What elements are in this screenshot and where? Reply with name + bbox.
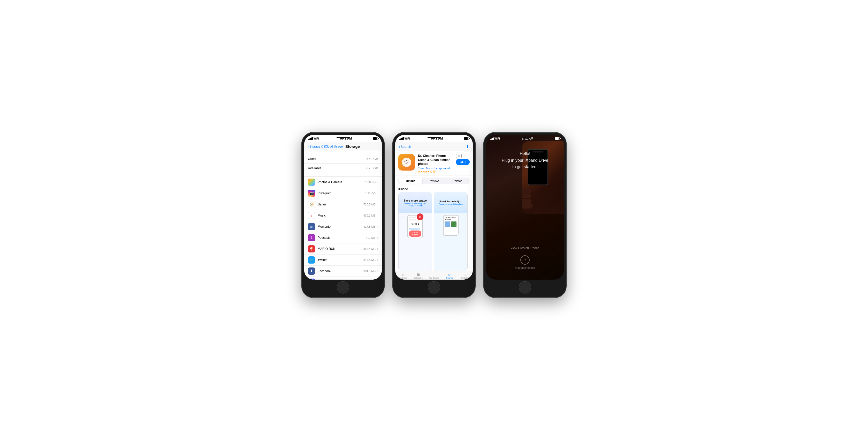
- bar4: [493, 137, 494, 140]
- app-name-instagram: Instagram: [318, 191, 365, 195]
- used-row: Used 19.58 GB: [304, 154, 382, 163]
- back-chevron-1: ‹: [308, 145, 309, 148]
- nav-back-label-1[interactable]: Storage & iCloud Usage: [309, 145, 343, 148]
- screenshot-2-content: Saved Space 3.58MB ✓: [442, 213, 460, 238]
- segmented-control: Details Reviews Related: [398, 178, 470, 184]
- app-row-instagram[interactable]: 📷 Instagram 1.11 GB ›: [304, 188, 382, 199]
- mock-row-2: [409, 219, 416, 220]
- icon-instagram: 📷: [308, 190, 315, 197]
- app-size-instagram: 1.11 GB: [365, 192, 376, 195]
- mock-clean-btn: Clean Cache: [409, 231, 421, 237]
- app-row-messenger[interactable]: ⚡ Messenger 245.2 MB ›: [304, 277, 382, 280]
- app-row-twitter[interactable]: 🐦 Twitter 317.4 MB ›: [304, 254, 382, 266]
- tab-details[interactable]: Details: [399, 178, 422, 184]
- bar5: [403, 137, 404, 140]
- phone-1-screen: WiFi 9:41 AM ‹ Storage & iCloud Usage St…: [304, 135, 382, 280]
- chevron-instagram: ›: [377, 191, 378, 195]
- app-row-music[interactable]: ♪ Music 430.2 MB ›: [304, 210, 382, 221]
- phone-1: WiFi 9:41 AM ‹ Storage & iCloud Usage St…: [302, 132, 384, 298]
- available-row: Available 7.75 GB: [304, 163, 382, 173]
- phone-3-home-button[interactable]: [519, 281, 531, 294]
- app-row-momento[interactable]: M Momento 427.8 MB ›: [304, 221, 382, 232]
- app-row-photos[interactable]: Photos & Camera 1.88 GB ›: [304, 177, 382, 188]
- mock-content-2: Saved Space 3.58MB ✓: [443, 216, 458, 228]
- bar2: [309, 139, 310, 140]
- signal-bars-2: [399, 137, 404, 140]
- scene: WiFi 9:41 AM ‹ Storage & iCloud Usage St…: [291, 122, 577, 308]
- mock-row-3: [409, 228, 420, 230]
- screenshots-area: Save more space No need to delete any fi…: [395, 192, 473, 271]
- chevron-podcasts: ›: [377, 236, 378, 240]
- troubleshoot-label[interactable]: Troubleshooting: [515, 266, 535, 269]
- phone-1-home-button[interactable]: [337, 281, 349, 294]
- app-detail-dev[interactable]: Trend Micro Incorporated: [418, 167, 453, 170]
- tab-updates[interactable]: ↓ Updates: [457, 272, 473, 279]
- screenshot-2-header: Smart Accurate Qu... Recognize more simi…: [434, 192, 467, 213]
- nav-back-1[interactable]: ‹ Storage & iCloud Usage: [308, 145, 343, 148]
- plug-in-text: Plug in your iXpand Driveto get started.: [502, 158, 549, 169]
- app-name-twitter: Twitter: [318, 258, 364, 262]
- troubleshoot-circle[interactable]: ?: [520, 255, 530, 265]
- view-files-area: View Files on iPhone: [510, 245, 539, 250]
- dr-cleaner-inner-icon: 🛡: [402, 158, 411, 167]
- bar2: [491, 139, 492, 140]
- battery-fill-2: [464, 137, 468, 140]
- chevron-photos: ›: [377, 180, 378, 184]
- search-icon: ⌕: [448, 272, 451, 277]
- phone-2-home-button[interactable]: [428, 281, 440, 294]
- battery-2: [464, 137, 469, 140]
- tab-search[interactable]: ⌕ Search: [442, 272, 457, 279]
- bar4: [402, 137, 403, 140]
- phone-3-screen: WiFi 9:41 AM Hello! Plug in your iXpand …: [486, 135, 564, 280]
- appstore-nav: ‹ Search ⬆: [395, 142, 473, 151]
- bar3: [492, 138, 493, 140]
- storage-section: Used 19.58 GB Available 7.75 GB: [304, 154, 382, 173]
- saved-label: Saved Space 3.58MB: [444, 217, 457, 221]
- app-row-mario[interactable]: 🍄 MARIO RUN 353.4 MB ›: [304, 243, 382, 254]
- tab-reviews[interactable]: Reviews: [422, 178, 446, 184]
- nav-bar-1: ‹ Storage & iCloud Usage Storage: [304, 142, 382, 150]
- battery-area-1: [373, 137, 378, 140]
- tab-categories[interactable]: ⊞ Categories: [411, 272, 426, 279]
- tab-bar-2: ☆ Featured ⊞ Categories ↑ Top Charts ⌕ S…: [395, 271, 473, 280]
- tab-top-charts[interactable]: ↑ Top Charts: [426, 272, 442, 279]
- icon-facebook: f: [308, 268, 315, 275]
- screenshot-1-header: Save more space No need to delete any fi…: [399, 192, 432, 213]
- app-row-facebook[interactable]: f Facebook 301.5 MB ›: [304, 266, 382, 277]
- view-files-label[interactable]: View Files on iPhone: [510, 246, 539, 250]
- get-button[interactable]: GET: [456, 159, 470, 165]
- nav-title-1: Storage: [345, 144, 360, 149]
- icon-podcasts: 🎙: [308, 234, 315, 241]
- app-detail-header: 🛡 Dr. Cleaner: Phone Clean & Clean simil…: [395, 151, 473, 176]
- app-detail-info: Dr. Cleaner: Phone Clean & Clean similar…: [418, 154, 453, 173]
- app-size-facebook: 301.5 MB: [364, 270, 376, 273]
- tab-updates-label: Updates: [461, 277, 469, 279]
- signal-area-1: WiFi: [308, 137, 319, 140]
- phone-2: WiFi 9:41 AM ‹ Search ⬆: [393, 132, 475, 298]
- ixpand-title-area: Hello! Plug in your iXpand Driveto get s…: [502, 150, 549, 170]
- app-row-podcasts[interactable]: 🎙 Podcasts 411 MB ›: [304, 232, 382, 243]
- app-row-safari[interactable]: 🧭 Safari 720.5 MB ›: [304, 199, 382, 210]
- tab-search-label: Search: [446, 277, 453, 279]
- wifi-icon-1: WiFi: [314, 137, 319, 140]
- updates-icon: ↓: [464, 272, 466, 277]
- ixpand-title: Hello! Plug in your iXpand Driveto get s…: [502, 150, 549, 170]
- screenshot-2: Smart Accurate Qu... Recognize more simi…: [434, 192, 468, 271]
- app-name-photos: Photos & Camera: [318, 180, 365, 184]
- tab-related[interactable]: Related: [446, 178, 469, 184]
- photo-thumbs: ✓: [444, 221, 457, 227]
- appstore-back-label[interactable]: Search: [400, 145, 411, 149]
- thumb2: ✓: [451, 221, 457, 227]
- back-chevron-2: ‹: [399, 145, 400, 149]
- tab-featured[interactable]: ☆ Featured: [395, 272, 411, 279]
- share-icon[interactable]: ⬆: [466, 144, 469, 149]
- bar1: [399, 139, 400, 140]
- app-rating: ★★★★★ (370): [418, 170, 453, 173]
- ixpand-content: Hello! Plug in your iXpand Driveto get s…: [486, 135, 564, 280]
- appstore-back[interactable]: ‹ Search: [399, 145, 411, 149]
- app-size-mario: 353.4 MB: [364, 247, 376, 250]
- bar4: [311, 137, 312, 140]
- battery-3: [555, 137, 560, 140]
- age-badge: 4+: [456, 154, 461, 158]
- tab-categories-label: Categories: [413, 277, 424, 279]
